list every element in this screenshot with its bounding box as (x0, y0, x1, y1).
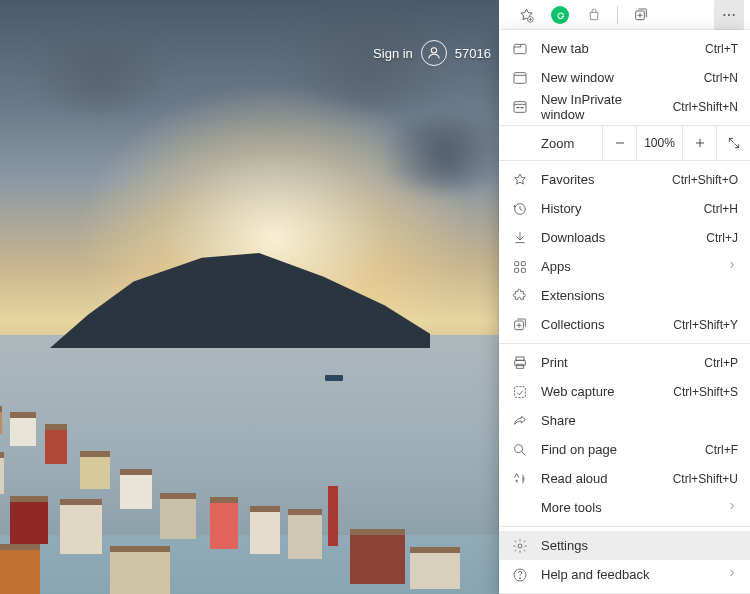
menu-item-shortcut: Ctrl+P (704, 356, 738, 370)
menu-item-shortcut: Ctrl+Shift+Y (673, 318, 738, 332)
menu-item-shortcut: Ctrl+Shift+O (672, 173, 738, 187)
menu-item-shortcut: Ctrl+Shift+N (673, 100, 738, 114)
star-add-icon (518, 7, 535, 24)
zoom-out-button[interactable] (602, 126, 636, 160)
menu-item-label: Collections (541, 317, 661, 332)
menu-item-label: History (541, 201, 692, 216)
ship-decoration (325, 375, 343, 381)
rewards-badge[interactable]: 57016 (455, 46, 491, 61)
shopping-bag-icon (586, 7, 602, 23)
menu-item-label: Help and feedback (541, 567, 714, 582)
find-icon (511, 441, 529, 459)
menu-item-shortcut: Ctrl+F (705, 443, 738, 457)
inprivate-icon (511, 98, 529, 116)
minus-icon (613, 136, 627, 150)
fullscreen-icon (727, 136, 741, 150)
menu-item-new-window[interactable]: New windowCtrl+N (499, 63, 750, 92)
plus-icon (693, 136, 707, 150)
menu-item-find[interactable]: Find on pageCtrl+F (499, 435, 750, 464)
fullscreen-button[interactable] (716, 126, 750, 160)
history-icon (511, 200, 529, 218)
menu-item-label: Share (541, 413, 738, 428)
more-icon (721, 7, 737, 23)
zoom-in-button[interactable] (682, 126, 716, 160)
tab-icon (511, 40, 529, 58)
menu-item-collections[interactable]: CollectionsCtrl+Shift+Y (499, 310, 750, 339)
menu-item-more-tools[interactable]: More tools (499, 493, 750, 522)
svg-point-4 (728, 14, 730, 16)
menu-item-new-inprivate[interactable]: New InPrivate windowCtrl+Shift+N (499, 92, 750, 121)
sea-backdrop (0, 335, 499, 535)
menu-item-new-tab[interactable]: New tabCtrl+T (499, 34, 750, 63)
svg-point-5 (733, 14, 735, 16)
capture-icon (511, 383, 529, 401)
menu-item-shortcut: Ctrl+T (705, 42, 738, 56)
favorites-button[interactable] (511, 0, 541, 30)
menu-item-downloads[interactable]: DownloadsCtrl+J (499, 223, 750, 252)
zoom-label: Zoom (499, 136, 574, 151)
menu-item-shortcut: Ctrl+N (704, 71, 738, 85)
menu-item-shortcut: Ctrl+Shift+U (673, 472, 738, 486)
grammarly-icon (551, 6, 569, 24)
gear-icon (511, 537, 529, 555)
menu-item-label: New window (541, 70, 692, 85)
help-icon (511, 566, 529, 584)
menu-item-label: Extensions (541, 288, 738, 303)
more-button[interactable] (714, 0, 744, 30)
menu-item-label: More tools (541, 500, 714, 515)
window-icon (511, 69, 529, 87)
svg-point-0 (431, 48, 436, 53)
person-icon (426, 45, 442, 61)
grammarly-button[interactable] (545, 0, 575, 30)
star-icon (511, 171, 529, 189)
chevron-right-icon (726, 567, 738, 582)
menu-item-share[interactable]: Share (499, 406, 750, 435)
menu-item-history[interactable]: HistoryCtrl+H (499, 194, 750, 223)
menu-item-shortcut: Ctrl+Shift+S (673, 385, 738, 399)
menu-item-label: Settings (541, 538, 738, 553)
menu-item-label: Apps (541, 259, 714, 274)
menu-item-apps[interactable]: Apps (499, 252, 750, 281)
signin-label[interactable]: Sign in (373, 46, 413, 61)
chevron-right-icon (726, 500, 738, 515)
menu-item-settings[interactable]: Settings (499, 531, 750, 560)
divider (617, 6, 618, 24)
svg-point-3 (723, 14, 725, 16)
browser-toolbar (499, 0, 750, 30)
zoom-controls: Zoom 100% (499, 125, 750, 161)
readaloud-icon (511, 470, 529, 488)
menu-item-label: Downloads (541, 230, 694, 245)
settings-and-more-menu: New tabCtrl+TNew windowCtrl+NNew InPriva… (499, 30, 750, 594)
collections-button[interactable] (626, 0, 656, 30)
print-icon (511, 354, 529, 372)
menu-item-label: New tab (541, 41, 693, 56)
menu-item-label: Find on page (541, 442, 693, 457)
share-icon (511, 412, 529, 430)
menu-item-label: New InPrivate window (541, 92, 661, 122)
chevron-right-icon (726, 259, 738, 274)
avatar[interactable] (421, 40, 447, 66)
menu-separator (499, 343, 750, 344)
menu-item-web-capture[interactable]: Web captureCtrl+Shift+S (499, 377, 750, 406)
menu-separator (499, 526, 750, 527)
menu-item-shortcut: Ctrl+J (706, 231, 738, 245)
menu-item-print[interactable]: PrintCtrl+P (499, 348, 750, 377)
extension-icon (511, 287, 529, 305)
menu-item-label: Print (541, 355, 692, 370)
menu-item-label: Favorites (541, 172, 660, 187)
download-icon (511, 229, 529, 247)
menu-item-label: Read aloud (541, 471, 661, 486)
browser-content-background: Sign in 57016 (0, 0, 499, 594)
menu-item-extensions[interactable]: Extensions (499, 281, 750, 310)
menu-item-label: Web capture (541, 384, 661, 399)
zoom-value: 100% (636, 126, 682, 160)
collections-icon (633, 7, 649, 23)
menu-item-shortcut: Ctrl+H (704, 202, 738, 216)
menu-item-help[interactable]: Help and feedback (499, 560, 750, 589)
collections-icon (511, 316, 529, 334)
header-signin-row: Sign in 57016 (373, 40, 491, 66)
shopping-button[interactable] (579, 0, 609, 30)
menu-item-read-aloud[interactable]: Read aloudCtrl+Shift+U (499, 464, 750, 493)
menu-item-favorites[interactable]: FavoritesCtrl+Shift+O (499, 165, 750, 194)
apps-icon (511, 258, 529, 276)
